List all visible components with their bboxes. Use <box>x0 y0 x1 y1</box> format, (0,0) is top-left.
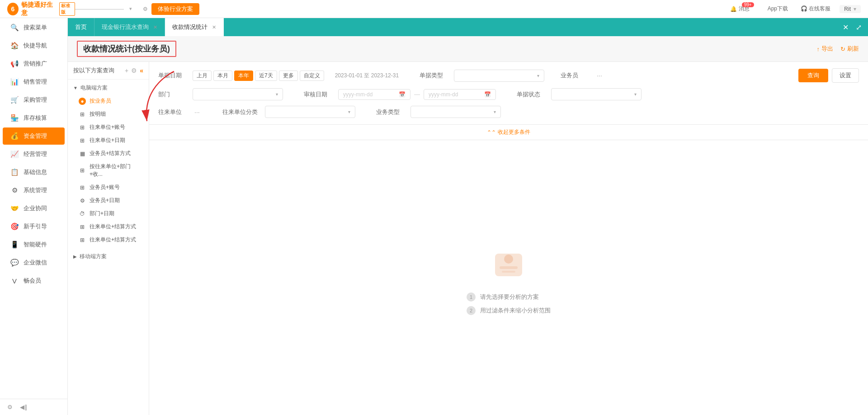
review-date-from[interactable]: yyyy-mm-dd 📅 <box>338 89 410 100</box>
scheme-group-desktop-title[interactable]: ▼ 电脑端方案 <box>68 81 149 94</box>
sales-icon: 📊 <box>10 78 19 86</box>
wechat-icon: 💬 <box>10 259 19 267</box>
scheme-settings-icon[interactable]: ⚙ <box>131 67 137 74</box>
business-type-select[interactable]: ▾ <box>410 106 501 118</box>
tab-home[interactable]: 首页 <box>68 18 94 36</box>
messages-area[interactable]: 🔔 消息 99+ <box>730 5 750 13</box>
sidebar-item-system[interactable]: ⚙ 系统管理 <box>3 182 65 199</box>
scheme-item-partner-dept[interactable]: ⊞ 按往来单位+部门+收... <box>68 160 149 181</box>
app-download-link[interactable]: App下载 <box>768 5 788 13</box>
export-icon: ↑ <box>817 46 820 52</box>
salesperson-date-icon: ⚙ <box>79 197 86 204</box>
step-1-number: 1 <box>467 292 476 302</box>
date-tab-more[interactable]: 更多 <box>279 71 298 81</box>
sidebar-item-search[interactable]: 🔍 搜索菜单 <box>3 19 65 36</box>
sidebar-label-operations: 经营管理 <box>24 150 47 158</box>
scheme-item-detail[interactable]: ⊞ 按明细 <box>68 108 149 121</box>
scheme-item-dept-date[interactable]: ⏱ 部门+日期 <box>68 207 149 220</box>
scheme-item-salesperson-settlement-label: 业务员+结算方式 <box>90 150 131 157</box>
sidebar-item-marketing[interactable]: 📢 营销推广 <box>3 55 65 72</box>
top-bar-actions: 🔔 消息 99+ App下载 🎧 在线客服 Rit ▾ <box>730 5 861 13</box>
scheme-group-mobile-title[interactable]: ▶ 移动端方案 <box>68 250 149 263</box>
scheme-item-salesperson-account-label: 业务员+账号 <box>90 184 120 191</box>
calendar-to-icon[interactable]: 📅 <box>484 91 491 98</box>
user-area[interactable]: Rit ▾ <box>840 5 861 13</box>
query-button[interactable]: 查询 <box>798 69 828 82</box>
partner-category-select[interactable]: ▾ <box>265 106 355 118</box>
invoice-status-select[interactable]: ▾ <box>551 88 642 100</box>
scheme-item-partner-date-label: 往来单位+日期 <box>90 137 125 144</box>
date-tab-thismonth[interactable]: 本月 <box>213 71 232 81</box>
online-service-link[interactable]: 🎧 在线客服 <box>801 5 830 13</box>
filter-row-2: 部门 ▾ 审核日期 yyyy-mm-dd 📅 — yyyy-mm-dd <box>158 88 859 100</box>
tab-home-label: 首页 <box>75 23 87 31</box>
scheme-item-partner-settle2[interactable]: ⊞ 往来单位+结算方式 <box>68 233 149 246</box>
sidebar-settings-icon[interactable]: ⚙ <box>7 404 13 410</box>
top-bar: 6 畅捷通好生意 标准版 ————————— ▾ ⚙ 体验行业方案 🔔 消息 9… <box>0 0 868 18</box>
sidebar-label-wechat: 企业微信 <box>24 259 47 267</box>
sidebar-item-wechat[interactable]: 💬 企业微信 <box>3 254 65 271</box>
empty-step-2: 2 用过滤条件来缩小分析范围 <box>467 306 551 315</box>
partner-more-icon[interactable]: ··· <box>194 108 200 116</box>
dept-select[interactable]: ▾ <box>193 88 283 100</box>
content-area: 按以下方案查询 + ⚙ « ▼ 电脑端方案 ● 按业务员 ⊞ <box>68 62 868 415</box>
sidebar-item-sales[interactable]: 📊 销售管理 <box>3 73 65 90</box>
sidebar-item-quicknav[interactable]: 🏠 快捷导航 <box>3 37 65 54</box>
salesperson-more-icon[interactable]: ··· <box>597 72 602 79</box>
settings-button[interactable]: 设置 <box>832 68 859 83</box>
salesperson-settlement-icon: ▦ <box>79 150 86 157</box>
date-tab-7days[interactable]: 近7天 <box>255 71 277 81</box>
sidebar-item-basic[interactable]: 📋 基础信息 <box>3 164 65 181</box>
business-type-chevron-icon: ▾ <box>494 109 496 114</box>
calendar-from-icon[interactable]: 📅 <box>399 91 406 98</box>
svg-rect-3 <box>502 271 515 273</box>
invoice-type-select[interactable]: ▾ <box>454 70 544 82</box>
sidebar-item-guide[interactable]: 🎯 新手引导 <box>3 218 65 235</box>
sidebar-item-purchase[interactable]: 🛒 采购管理 <box>3 91 65 108</box>
refresh-button[interactable]: ↻ 刷新 <box>840 45 859 53</box>
export-button[interactable]: ↑ 导出 <box>817 45 834 53</box>
sidebar-bottom: ⚙ ◀‖ <box>0 399 67 415</box>
settings-gear-icon[interactable]: ⚙ <box>143 6 148 12</box>
scheme-item-salesperson-date[interactable]: ⚙ 业务员+日期 <box>68 194 149 207</box>
sidebar-item-member[interactable]: V 畅会员 <box>3 272 65 289</box>
scheme-item-salesperson-settlement[interactable]: ▦ 业务员+结算方式 <box>68 147 149 160</box>
date-tab-custom[interactable]: 自定义 <box>300 71 324 81</box>
scheme-item-partner-settle2-label: 往来单位+结算方式 <box>90 236 136 244</box>
review-date-to[interactable]: yyyy-mm-dd 📅 <box>424 89 496 100</box>
sidebar-item-finance[interactable]: 💰 资金管理 <box>3 127 65 145</box>
date-dash: — <box>414 91 420 98</box>
sidebar-item-collab[interactable]: 🤝 企业协同 <box>3 200 65 217</box>
date-tab-lastmonth[interactable]: 上月 <box>193 71 212 81</box>
sidebar-label-system: 系统管理 <box>24 186 47 194</box>
scheme-item-partner-account[interactable]: ⊞ 往来单位+账号 <box>68 121 149 134</box>
tab-cashflow[interactable]: 现金银行流水查询 ✕ <box>94 18 165 36</box>
mobile-group-arrow-icon: ▶ <box>73 254 77 259</box>
tab-receipts-close-icon[interactable]: ✕ <box>212 24 216 30</box>
inventory-icon: 🏪 <box>10 114 19 122</box>
salesperson-account-icon: ⊞ <box>79 184 86 191</box>
tab-cashflow-close-icon[interactable]: ✕ <box>153 24 157 30</box>
scheme-item-salesperson-account[interactable]: ⊞ 业务员+账号 <box>68 181 149 194</box>
scheme-item-salesperson[interactable]: ● 按业务员 <box>68 94 149 108</box>
sidebar-collapse-icon[interactable]: ◀‖ <box>20 404 28 410</box>
collapse-label: 收起更多条件 <box>498 128 530 136</box>
date-tab-thisyear[interactable]: 本年 <box>234 71 253 81</box>
filter-actions: 查询 设置 <box>798 68 859 83</box>
trial-button[interactable]: 体验行业方案 <box>151 3 199 15</box>
sidebar-item-inventory[interactable]: 🏪 库存核算 <box>3 109 65 127</box>
scheme-item-partner-settle1[interactable]: ⊞ 往来单位+结算方式 <box>68 220 149 233</box>
sidebar-label-collab: 企业协同 <box>24 204 47 212</box>
scheme-add-icon[interactable]: + <box>125 67 128 74</box>
tab-receipts[interactable]: 收款情况统计 ✕ <box>165 18 224 36</box>
sidebar-item-hardware[interactable]: 📱 智能硬件 <box>3 236 65 253</box>
partner-settle1-icon: ⊞ <box>79 223 86 231</box>
tab-maximize-button[interactable]: ⤢ <box>853 21 864 33</box>
sidebar-item-operations[interactable]: 📈 经营管理 <box>3 146 65 163</box>
app-name: 畅捷通好生意 <box>21 1 55 17</box>
scheme-collapse-icon[interactable]: « <box>140 67 143 74</box>
member-icon: V <box>10 277 19 285</box>
scheme-item-partner-date[interactable]: ⊞ 往来单位+日期 <box>68 134 149 147</box>
tab-close-all-button[interactable]: ✕ <box>840 21 851 33</box>
collapse-bar[interactable]: ⌃⌃ 收起更多条件 <box>149 125 868 140</box>
